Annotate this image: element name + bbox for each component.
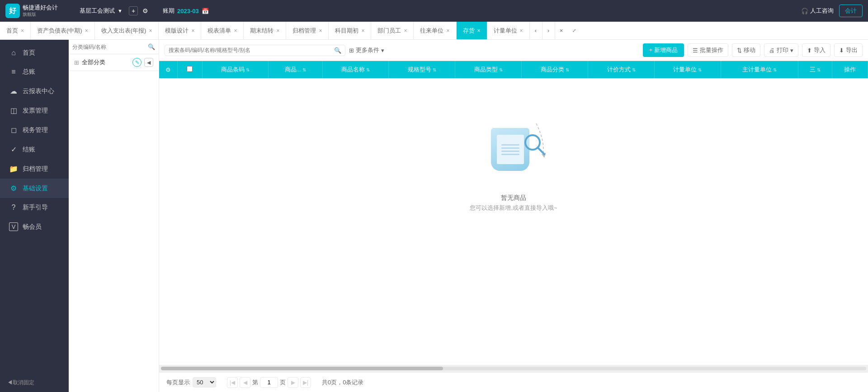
th-price-method[interactable]: 计价方式 ⇅: [588, 61, 655, 78]
category-edit-btn[interactable]: ✎: [132, 58, 142, 67]
tab-subject[interactable]: 科目期初 ×: [329, 22, 371, 40]
sidebar-item-tax[interactable]: ◻ 税务管理: [0, 120, 69, 140]
tab-next-btn[interactable]: ›: [542, 22, 555, 40]
export-btn[interactable]: ⬇ 导出: [834, 43, 863, 57]
sidebar-item-archive[interactable]: 📁 归档管理: [0, 159, 69, 179]
tab-home-close[interactable]: ×: [21, 28, 24, 34]
tab-partner-close[interactable]: ×: [446, 28, 449, 34]
page-size-select[interactable]: 10 20 50 100: [193, 377, 216, 387]
page-prev-btn[interactable]: ◀: [240, 377, 250, 388]
tab-balance-label: 资产负债表(中期): [37, 27, 82, 35]
sidebar-item-report[interactable]: ☁ 云报表中心: [0, 81, 69, 101]
tab-tax[interactable]: 税表清单 ×: [201, 22, 244, 40]
move-btn[interactable]: ⇅ 移动: [732, 43, 760, 57]
tab-dept[interactable]: 部门员工 ×: [371, 22, 414, 40]
scroll-thumb[interactable]: [161, 367, 443, 370]
th-unit[interactable]: 计量单位 ⇅: [654, 61, 721, 78]
top-header: 好 畅捷通好会计 旗舰版 基层工会测试 ▼ + ⚙ 账期 2023-03 📅 🎧…: [0, 0, 868, 22]
tab-template-close[interactable]: ×: [191, 28, 194, 34]
tab-period-close[interactable]: ×: [276, 28, 279, 34]
tab-balance[interactable]: 资产负债表(中期) ×: [31, 22, 95, 40]
tab-template[interactable]: 模版设计 ×: [159, 22, 201, 40]
sidebar-item-guide[interactable]: ? 新手引导: [0, 198, 69, 217]
add-company-icon[interactable]: +: [129, 6, 138, 15]
main-search-icon[interactable]: 🔍: [334, 47, 341, 54]
th-spec[interactable]: 规格型号 ⇅: [389, 61, 455, 78]
toolbar-actions: + 新增商品 ☰ 批量操作 ⇅ 移动 🖨 打印 ▾: [643, 43, 863, 57]
batch-operation-btn[interactable]: ☰ 批量操作: [688, 43, 728, 57]
th-name[interactable]: 商品名称 ⇅: [322, 61, 389, 78]
category-search-icon[interactable]: 🔍: [148, 43, 155, 50]
company-selector[interactable]: 基层工会测试 ▼ + ⚙: [80, 6, 148, 15]
tab-prev-btn[interactable]: ‹: [530, 22, 542, 40]
cancel-fixed-btn[interactable]: ◀取消固定: [0, 373, 69, 392]
sidebar-item-member[interactable]: V 畅会员: [0, 217, 69, 236]
th-barcode[interactable]: 商品条码 ⇅: [202, 61, 269, 78]
import-btn[interactable]: ⬆ 导入: [802, 43, 830, 57]
category-search-input[interactable]: [72, 44, 148, 50]
calendar-icon[interactable]: 📅: [202, 8, 209, 14]
logo-icon: 好: [5, 4, 20, 18]
all-categories[interactable]: ⊞ 全部分类 ✎ ◀: [69, 54, 159, 71]
th-col3[interactable]: 三 ⇅: [798, 61, 832, 78]
page-next-btn[interactable]: ▶: [288, 377, 298, 388]
tab-period[interactable]: 期末结转 ×: [244, 22, 286, 40]
sort-unit-icon[interactable]: ⇅: [698, 67, 702, 72]
sidebar-item-basic[interactable]: ⚙ 基础设置: [0, 179, 69, 198]
tab-archive[interactable]: 归档管理 ×: [286, 22, 329, 40]
tab-tax-label: 税表清单: [208, 27, 231, 35]
th-main-unit[interactable]: 主计量单位 ⇅: [721, 61, 798, 78]
scroll-track[interactable]: [161, 367, 866, 370]
sort-spec-icon[interactable]: ⇅: [433, 67, 436, 72]
sort-category-icon[interactable]: ⇅: [566, 67, 569, 72]
main-search-input[interactable]: [169, 47, 331, 53]
tab-subject-close[interactable]: ×: [361, 28, 364, 34]
settings-icon[interactable]: ⚙: [142, 7, 148, 14]
page-last-btn[interactable]: ▶|: [300, 377, 311, 388]
account-button[interactable]: 会计: [839, 5, 863, 17]
horizontal-scrollbar[interactable]: [159, 365, 868, 372]
page-label: 第: [252, 378, 258, 387]
sort-name-icon[interactable]: ⇅: [366, 67, 370, 72]
sidebar-label-basic: 基础设置: [23, 184, 48, 193]
tab-income[interactable]: 收入支出表(年报) ×: [95, 22, 159, 40]
tab-unit-close[interactable]: ×: [520, 28, 523, 34]
tab-dept-close[interactable]: ×: [404, 28, 407, 34]
tab-balance-close[interactable]: ×: [85, 28, 88, 34]
sidebar-item-home[interactable]: ⌂ 首页: [0, 43, 69, 62]
th-check[interactable]: [177, 61, 202, 78]
tab-income-close[interactable]: ×: [149, 28, 152, 34]
sort-barcode-icon[interactable]: ⇅: [246, 67, 250, 72]
collapse-panel-btn[interactable]: ◀: [144, 58, 153, 67]
tab-inventory-close[interactable]: ×: [477, 28, 481, 34]
tab-unit[interactable]: 计量单位 ×: [487, 22, 530, 40]
sort-main-unit-icon[interactable]: ⇅: [773, 67, 777, 72]
sort-type-icon[interactable]: ⇅: [499, 67, 503, 72]
sidebar-item-ledger[interactable]: ≡ 总账: [0, 62, 69, 81]
tab-expand-btn[interactable]: ⤢: [568, 22, 580, 40]
add-product-btn[interactable]: + 新增商品: [643, 43, 684, 57]
consultation-button[interactable]: 🎧 人工咨询: [801, 7, 834, 15]
th-settings[interactable]: ⚙: [159, 61, 177, 78]
tab-inventory[interactable]: 存货 ×: [457, 22, 487, 40]
more-filter-btn[interactable]: ⊞ 更多条件 ▾: [349, 46, 384, 54]
sort-price-icon[interactable]: ⇅: [632, 67, 636, 72]
th-code[interactable]: 商品... ⇅: [269, 61, 322, 78]
content-area: 🔍 ⊞ 全部分类 ✎ ◀ 🔍 ⊞ 更多条件 ▾: [69, 40, 868, 392]
th-type[interactable]: 商品类型 ⇅: [455, 61, 522, 78]
tab-tax-close[interactable]: ×: [234, 28, 237, 34]
tab-partner[interactable]: 往来单位 ×: [414, 22, 456, 40]
page-input[interactable]: [260, 377, 278, 388]
th-category[interactable]: 商品分类 ⇅: [522, 61, 588, 78]
page-first-btn[interactable]: |◀: [227, 377, 238, 388]
select-all-checkbox[interactable]: [187, 66, 193, 72]
headset-icon: 🎧: [801, 8, 808, 14]
sidebar-item-invoice[interactable]: ◫ 发票管理: [0, 101, 69, 120]
sort-col3-icon[interactable]: ⇅: [817, 67, 821, 72]
tab-archive-close[interactable]: ×: [319, 28, 322, 34]
tab-home[interactable]: 首页 ×: [0, 22, 31, 40]
sidebar-item-settle[interactable]: ✓ 结账: [0, 140, 69, 159]
sort-code-icon[interactable]: ⇅: [302, 67, 306, 72]
tab-close-all-btn[interactable]: ×: [555, 22, 568, 40]
print-btn[interactable]: 🖨 打印 ▾: [764, 43, 798, 57]
